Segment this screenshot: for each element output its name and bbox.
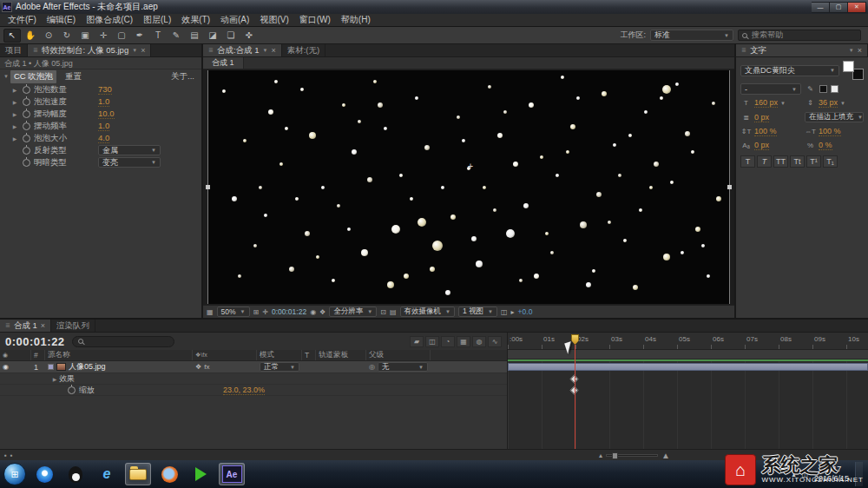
workspace-dropdown[interactable]: 标准 ▼ (650, 30, 733, 41)
hand-tool[interactable]: ✋ (22, 29, 39, 43)
exposure-offset[interactable]: +0.0 (518, 307, 533, 316)
col-source-name[interactable]: 源名称 (45, 350, 193, 360)
effect-name[interactable]: CC 吹泡泡 (10, 70, 56, 83)
stopwatch-icon[interactable] (68, 386, 76, 394)
property-dropdown[interactable]: 变亮▼ (98, 157, 161, 168)
taskbar-qq-icon[interactable] (62, 463, 89, 485)
selection-tool[interactable]: ↖ (3, 29, 21, 43)
text-style-button[interactable]: T (740, 155, 755, 168)
subtab-comp-1[interactable]: 合成 1 (203, 57, 244, 69)
stroke-width-value[interactable]: 0 px (754, 113, 769, 122)
minimize-button[interactable]: — (812, 2, 830, 13)
stopwatch-icon[interactable] (23, 147, 30, 155)
property-value[interactable]: 1.0 (98, 96, 109, 107)
help-search-input[interactable]: 搜索帮助 (738, 30, 861, 41)
stopwatch-icon[interactable] (23, 86, 30, 94)
menu-item[interactable]: 窗口(W) (294, 14, 336, 26)
viewer-timecode[interactable]: 0:00:01:22 (272, 307, 306, 316)
about-button[interactable]: 关于... (171, 71, 194, 82)
close-button[interactable]: ✕ (848, 2, 866, 13)
text-tool[interactable]: T (149, 29, 167, 43)
taskbar-browser-icon[interactable] (31, 463, 57, 485)
leading-value[interactable]: 36 px (819, 98, 838, 108)
chevron-down-icon[interactable]: ▼ (849, 48, 854, 53)
zoom-slider-thumb[interactable] (612, 452, 618, 459)
stopwatch-icon[interactable] (23, 159, 30, 167)
mask-visibility-icon[interactable]: ✛ (262, 308, 268, 316)
always-preview-icon[interactable]: ▦ (207, 308, 214, 316)
menu-item[interactable]: 图像合成(C) (81, 14, 138, 26)
menu-item[interactable]: 视图(V) (254, 14, 293, 26)
zoom-dropdown[interactable]: 50%▼ (217, 307, 250, 317)
current-time-indicator[interactable] (575, 344, 575, 449)
text-style-button[interactable]: TT (773, 155, 788, 168)
zoom-tool[interactable]: ⊙ (40, 29, 57, 43)
layer-handle-right[interactable] (727, 185, 732, 189)
taskbar-firefox-icon[interactable] (156, 463, 182, 485)
tab-character[interactable]: ≣ 文字 ▼ × (736, 44, 868, 56)
stopwatch-icon[interactable] (23, 98, 30, 106)
horizontal-scale-value[interactable]: 100 % (819, 127, 841, 136)
motion-blur-icon[interactable]: ◍ (472, 336, 486, 347)
zoom-slider-track[interactable] (606, 454, 658, 457)
twirl-right-icon[interactable]: ▶ (50, 376, 59, 382)
pick-whip-icon[interactable]: ◎ (369, 363, 375, 371)
taskbar-ie-icon[interactable]: e (94, 463, 120, 485)
grid-options-icon[interactable]: ⊞ (253, 308, 260, 316)
tab-project[interactable]: 项目 (0, 44, 28, 56)
reset-button[interactable]: 重置 (65, 71, 82, 82)
draft-3d-icon[interactable]: ◫ (425, 336, 439, 347)
tab-timeline-comp[interactable]: ≣ 合成 1 × (0, 320, 51, 332)
eye-icon[interactable]: ◉ (3, 363, 9, 371)
zoom-in-icon[interactable]: ▲ (661, 451, 670, 460)
close-icon[interactable]: × (858, 46, 862, 55)
timeline-graph-area[interactable]: :00s01s02s03s04s05s06s07s08s09s10s (508, 333, 868, 449)
scale-label[interactable]: 缩放 (79, 385, 95, 396)
effect-header-row[interactable]: ▼ CC 吹泡泡 重置 关于... (0, 69, 201, 83)
toggle-expand-icon[interactable]: ▪ (10, 452, 13, 459)
chevron-down-icon[interactable]: ▼ (780, 101, 786, 106)
font-style-dropdown[interactable]: -▼ (740, 83, 801, 95)
twirl-right-icon[interactable]: ▶ (10, 111, 19, 117)
timeline-search-input[interactable] (72, 336, 174, 347)
snapshot-icon[interactable]: ◉ (310, 308, 316, 316)
timeline-zoom-control[interactable]: ▴ ▲ (599, 451, 670, 460)
scale-property-row[interactable]: 缩放 23.0, 23.0% (0, 385, 507, 396)
col-parent[interactable]: 父级 (366, 350, 431, 360)
chevron-down-icon[interactable]: ▼ (262, 48, 267, 53)
resolution-dropdown[interactable]: 全分辨率▼ (329, 307, 377, 317)
taskbar-after-effects-icon[interactable]: Ae (219, 463, 245, 485)
tab-effect-controls[interactable]: ≣ 特效控制台: 人像 05.jpg ▼ × (28, 44, 151, 56)
show-channel-icon[interactable]: ❖ (319, 308, 326, 316)
baseline-shift-value[interactable]: 0 px (754, 141, 769, 150)
eraser-tool[interactable]: ◪ (204, 29, 221, 43)
property-dropdown[interactable]: 金属▼ (98, 145, 161, 155)
close-icon[interactable]: × (41, 321, 45, 330)
effects-group-label[interactable]: 效果 (59, 373, 75, 385)
twirl-right-icon[interactable]: ▶ (10, 135, 19, 142)
region-of-interest-icon[interactable]: ⊡ (380, 308, 386, 316)
puppet-pin-tool[interactable]: ✜ (240, 29, 258, 43)
twirl-right-icon[interactable]: ▶ (10, 87, 19, 93)
maximize-button[interactable]: ▢ (830, 2, 848, 13)
camera-tool[interactable]: ▣ (76, 29, 94, 43)
parent-dropdown[interactable]: 无▼ (378, 362, 428, 372)
tab-render-queue[interactable]: 渲染队列 (51, 320, 95, 332)
text-style-button[interactable]: T (757, 155, 772, 168)
text-style-button[interactable]: T₁ (823, 155, 838, 168)
effects-group-row[interactable]: ▶ 效果 (0, 373, 507, 385)
text-style-button[interactable]: T¹ (806, 155, 821, 168)
close-icon[interactable]: × (271, 46, 275, 55)
comp-canvas[interactable]: + (207, 70, 730, 304)
tab-composition[interactable]: ≣ 合成:合成 1 ▼ × (203, 44, 282, 56)
tsume-value[interactable]: 0 % (819, 141, 832, 150)
chevron-down-icon[interactable]: ▼ (132, 48, 137, 53)
work-area-bar[interactable] (508, 350, 868, 359)
menu-item[interactable]: 动画(A) (215, 14, 254, 26)
menu-item[interactable]: 编辑(E) (42, 14, 81, 26)
stopwatch-icon[interactable] (23, 110, 30, 118)
layer-switches[interactable]: ❖fx (193, 363, 257, 371)
stopwatch-icon[interactable] (23, 135, 30, 142)
font-size-value[interactable]: 160 px (754, 98, 778, 108)
stroke-type-dropdown[interactable]: 在描边上填充▼ (805, 112, 864, 122)
